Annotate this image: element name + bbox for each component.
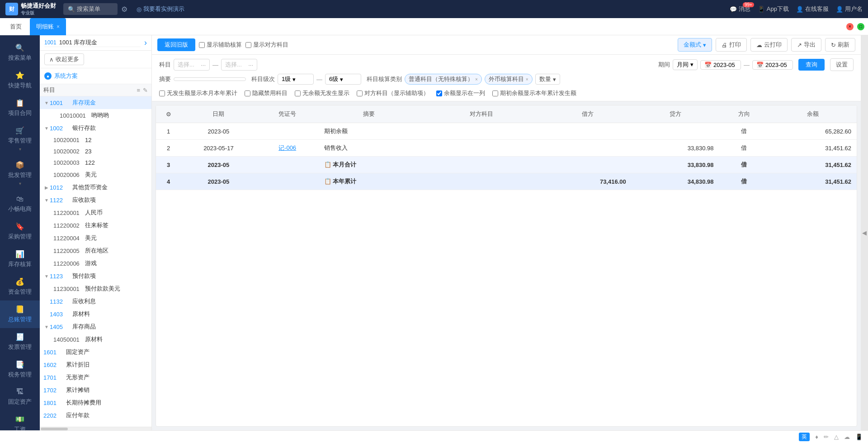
filter-period-from[interactable]: 📅 2023-05	[700, 60, 741, 70]
sidebar-item-wholesale[interactable]: 📦 批发管理 ▾	[0, 156, 40, 191]
tree-item-10020006[interactable]: 10020006 美元	[40, 168, 151, 181]
tree-item-1403[interactable]: 1403 原材料	[40, 308, 151, 320]
invoice-icon: 🧾	[15, 333, 24, 341]
search-menu[interactable]: 🔍 搜索菜单	[63, 3, 118, 15]
settings-icon-top[interactable]: ⚙	[118, 5, 131, 14]
scheme-btn[interactable]: 系统方案	[54, 72, 78, 80]
filter-tag-normal-close[interactable]: ×	[475, 77, 478, 82]
filter-period-type[interactable]: 月间 ▾	[673, 59, 698, 70]
tree-item-1002[interactable]: ▼ 1002 银行存款	[40, 122, 151, 134]
tree-item-11220002[interactable]: 11220002 往来标签	[40, 219, 151, 232]
account-tree-scroll[interactable]: ▼ 1001 库存现金 10010001 哟哟哟 ▼ 1002 银行存款 100…	[40, 96, 151, 427]
tree-list-icon[interactable]: ≡	[137, 87, 140, 94]
checkbox-hide-disabled[interactable]: 隐藏禁用科目	[245, 89, 288, 97]
online-service-btn[interactable]: 👤 在线客服	[796, 5, 829, 13]
sidebar-item-invoice[interactable]: 🧾 发票管理	[0, 328, 40, 356]
voucher-link[interactable]: 记-006	[278, 144, 296, 151]
amount-dropdown-btn[interactable]: 金额式 ▾	[678, 38, 712, 52]
tree-item-11220006[interactable]: 11220006 游戏	[40, 257, 151, 270]
app-download-btn[interactable]: 📱 App下载	[758, 5, 789, 13]
sidebar-item-project[interactable]: 📋 项目合同	[0, 94, 40, 122]
sidebar-item-retail[interactable]: 🛒 零售管理 ▾	[0, 122, 40, 156]
win-max-btn[interactable]: □	[857, 23, 864, 30]
status-item-3[interactable]: △	[834, 433, 839, 440]
td-summary: 期初余额	[319, 123, 419, 140]
tree-item-1602[interactable]: 1602 累计折旧	[40, 358, 151, 371]
tree-item-11230001[interactable]: 11230001 预付款款美元	[40, 282, 151, 295]
td-voucher: 记-006	[256, 140, 318, 157]
account-nav-arrow[interactable]: ›	[144, 38, 147, 48]
demo-link[interactable]: ◎ 我要看实例演示	[137, 5, 184, 13]
tree-item-1122[interactable]: ▼ 1122 应收款项	[40, 194, 151, 206]
tree-item-1001[interactable]: ▼ 1001 库存现金	[40, 96, 151, 109]
tree-item-1701[interactable]: 1701 无形资产	[40, 371, 151, 384]
query-btn[interactable]: 查询	[798, 59, 825, 71]
filter-summary-input[interactable]	[174, 77, 246, 81]
filter-account-from[interactable]: 选择... ···	[174, 59, 210, 71]
status-item-1[interactable]: ♦	[815, 433, 818, 440]
tree-item-1405[interactable]: ▼ 1405 库存商品	[40, 320, 151, 333]
checkbox-balance-one-col[interactable]: 余额显示在一列	[436, 89, 485, 97]
sidebar-item-asset[interactable]: 🏗 固定资产	[0, 383, 40, 410]
show-opposite-checkbox[interactable]: 显示对方科目	[245, 41, 288, 49]
sidebar-item-salary[interactable]: 💵 工资	[0, 410, 40, 430]
sidebar-item-shop[interactable]: 🛍 小畅电商	[0, 191, 40, 218]
filter-level-to[interactable]: 6级 ▾	[325, 74, 361, 85]
tree-item-11220001[interactable]: 11220001 人民币	[40, 206, 151, 219]
sidebar-item-fund[interactable]: 💰 资金管理	[0, 273, 40, 300]
tree-item-11220005[interactable]: 11220005 所在地区	[40, 244, 151, 257]
tree-item-10020001[interactable]: 10020001 12	[40, 134, 151, 146]
tree-item-1601[interactable]: 1601 固定资产	[40, 346, 151, 358]
show-aux-checkbox[interactable]: 显示辅助核算	[199, 41, 242, 49]
tree-item-1012[interactable]: ▶ 1012 其他货币资金	[40, 181, 151, 194]
export-btn[interactable]: ↗ 导出	[791, 38, 821, 52]
print-btn[interactable]: 🖨 打印	[716, 38, 747, 52]
expand-more-btn[interactable]: ∧ 收起更多	[44, 53, 84, 65]
filter-tag-foreign-close[interactable]: ×	[526, 77, 528, 82]
tree-item-1123[interactable]: ▼ 1123 预付款项	[40, 270, 151, 282]
checkbox-no-occurrence[interactable]: 无发生额显示本月本年累计	[159, 89, 237, 97]
sidebar-item-inventory[interactable]: 📊 库存核算	[0, 245, 40, 273]
tree-item-2202[interactable]: 2202 应付年款	[40, 409, 151, 422]
status-lang[interactable]: 英	[799, 433, 810, 441]
filter-level-from[interactable]: 1级 ▾	[278, 74, 314, 85]
refresh-btn[interactable]: ↻ 刷新	[825, 38, 855, 52]
tree-item-14050001[interactable]: 14050001 原材料	[40, 333, 151, 346]
status-item-5[interactable]: 📱	[855, 433, 863, 440]
tree-item-1132[interactable]: 1132 应收利息	[40, 295, 151, 308]
tab-close-btn[interactable]: ×	[57, 24, 60, 30]
status-item-4[interactable]: ☁	[844, 433, 850, 440]
checkbox-year-cumulative[interactable]: 期初余额显示本年累计发生额	[492, 89, 576, 97]
tree-item-1702[interactable]: 1702 累计摊销	[40, 384, 151, 396]
setting-btn[interactable]: 设置	[830, 58, 854, 71]
tree-item-11220004[interactable]: 11220004 美元	[40, 232, 151, 244]
tree-item-1801[interactable]: 1801 长期待摊费用	[40, 396, 151, 409]
cloud-print-btn[interactable]: ☁ 云打印	[750, 38, 788, 52]
sidebar-item-tax[interactable]: 📑 税务管理	[0, 356, 40, 383]
tree-edit-icon[interactable]: ✎	[143, 87, 148, 94]
message-btn[interactable]: 💬 消息 99+	[730, 5, 750, 13]
win-close-btn[interactable]: ×	[846, 23, 854, 30]
tree-item-10020003[interactable]: 10020003 122	[40, 157, 151, 168]
filter-account-to[interactable]: 选择... ···	[221, 59, 257, 71]
filter-tag-quantity[interactable]: 数量 ▾	[535, 74, 560, 85]
tree-scrollbar-h[interactable]	[40, 427, 151, 430]
tree-item-10010001[interactable]: 10010001 哟哟哟	[40, 109, 151, 122]
checkbox-no-balance[interactable]: 无余额无发生显示	[295, 89, 349, 97]
th-settings[interactable]: ⚙	[156, 105, 181, 123]
tab-detail[interactable]: 明细账 ×	[30, 18, 66, 35]
sidebar-item-search[interactable]: 🔍 搜索菜单	[0, 39, 40, 67]
filter-period-to[interactable]: 📅 2023-05	[752, 60, 793, 70]
sidebar-item-purchase[interactable]: 🔖 采购管理	[0, 218, 40, 245]
status-item-2[interactable]: ✏	[824, 433, 829, 440]
right-collapse-btn[interactable]: ◀	[861, 35, 868, 430]
ledger-table: ⚙ 日期 凭证号 摘要 对方科目 借方 贷方 方向 余额 1	[156, 105, 857, 190]
scrollbar-thumb[interactable]	[41, 428, 68, 430]
user-menu[interactable]: 👤 用户名	[836, 5, 863, 13]
back-old-btn[interactable]: 返回旧版	[157, 38, 195, 51]
checkbox-opposite-account[interactable]: 对方科目（显示辅助项）	[357, 89, 429, 97]
tree-item-10020002[interactable]: 10020002 23	[40, 146, 151, 157]
sidebar-item-quicknav[interactable]: ⭐ 快捷导航	[0, 67, 40, 94]
tab-home[interactable]: 首页	[4, 18, 28, 35]
sidebar-item-ledger[interactable]: 📒 总账管理	[0, 300, 40, 328]
